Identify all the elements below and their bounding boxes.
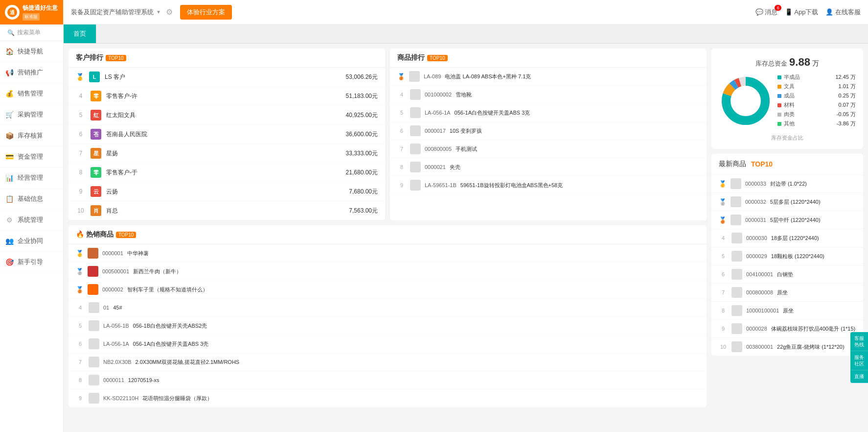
list-item: 8 10000100001 原坐 (711, 301, 863, 319)
rank-medal: 🥇 (76, 73, 84, 81)
list-item: 9 KK-SD22110H 花语萌恒温分腿睡袋（厚款） (69, 389, 707, 408)
latest-products-list: 🥇 0000033 封边带 (1.0*22) 🥈 0000032 5层多层 (1… (711, 174, 863, 356)
tab-home[interactable]: 首页 (64, 24, 96, 43)
top-products-list: 🥉 LA-089 电池盖 LA-089 ABS本色+黑种 7.1克 4 0010… (390, 68, 707, 194)
basics-icon: 📋 (5, 195, 14, 203)
sales-icon: 💰 (5, 90, 14, 97)
legend-dot (777, 94, 781, 98)
sidebar-nav-item-finance[interactable]: 💳 资金管理 (0, 146, 63, 168)
list-item: 7 000800008 原坐 (711, 283, 863, 301)
finance-icon: 💳 (5, 153, 14, 161)
sidebar-nav-item-shortcuts[interactable]: 🏠 快捷导航 (0, 41, 63, 62)
trial-button[interactable]: 体验行业方案 (180, 5, 232, 20)
main-panels: 客户排行 TOP10 🥇 L LS 客户 53,006.26元 4 (64, 44, 711, 432)
product-image (731, 178, 741, 189)
list-item: 7 NB2.0X30B 2.0X30MM双搓花轴,搓花直径2.1MM/ROHS (69, 353, 707, 371)
sidebar-nav-item-purchase[interactable]: 🛒 采购管理 (0, 104, 63, 125)
avatar: 苍 (91, 129, 101, 140)
table-row: 10 肖 肖总 7,563.00元 (69, 201, 385, 220)
product-image (89, 320, 99, 331)
sidebar-logo: 通 畅捷通好生意 标准版 (0, 0, 63, 24)
sidebar-nav-item-basics[interactable]: 📋 基础信息 (0, 189, 63, 210)
dropdown-arrow-icon: ▼ (156, 9, 161, 15)
table-row: 7 星 星扬 33,333.00元 (69, 144, 385, 163)
settings-icon[interactable]: ⚙ (166, 7, 173, 17)
home-icon: 🏠 (5, 48, 14, 55)
product-image (410, 125, 421, 136)
product-image (410, 162, 421, 172)
list-item: 7 000800005 手机测试 (390, 140, 707, 158)
list-item: 5 LA-056-1B 056-1B白色按键开关壳ABS2壳 (69, 317, 707, 335)
svg-text:通: 通 (10, 10, 15, 15)
sidebar-nav-item-inventory[interactable]: 📦 库存核算 (0, 125, 63, 146)
avatar: L (89, 72, 100, 82)
notification-badge[interactable]: 💬 消息 6 (755, 8, 778, 17)
system-title-dropdown[interactable]: 装备及固定资产辅助管理系统 ▼ (71, 8, 161, 17)
inventory-card: 库存总资金 9.88 万 (711, 48, 863, 149)
donut-chart (719, 74, 773, 129)
list-item: 🥉 0000002 智利车子里（规格不知道填什么） (69, 281, 707, 299)
table-row: 8 零 零售客户-于 21,680.00元 (69, 163, 385, 182)
legend-dot (777, 85, 781, 89)
list-item: 9 0000028 体碗荔枝味苏打饮品400毫升 (1*15) (711, 319, 863, 337)
sidebar-nav-item-marketing[interactable]: 📢 营销推广 (0, 62, 63, 83)
float-live-btn[interactable]: 直播 (850, 370, 868, 383)
legend-item: 肉类 -0.05 万 (777, 111, 856, 118)
inventory-chart-area: 半成品 12.45 万 文具 1.01 万 成品 0.25 万 (719, 73, 856, 129)
topbar-right: 💬 消息 6 📱 App下载 👤 在线客服 (755, 8, 861, 17)
list-item: 10 003800001 22g鱼豆腐-烧烤味 (1*12*20) (711, 337, 863, 356)
sidebar-nav-item-guide[interactable]: 🎯 新手引导 (0, 252, 63, 273)
sidebar-nav-item-system[interactable]: ⚙ 系统管理 (0, 210, 63, 231)
product-image (731, 305, 742, 316)
sidebar: 通 畅捷通好生意 标准版 🔍 搜索菜单 🏠 快捷导航 📢 营销推广 💰 销售管理… (0, 0, 64, 432)
legend-dot (777, 103, 781, 107)
content-area: 客户排行 TOP10 🥇 L LS 客户 53,006.26元 4 (64, 44, 868, 432)
list-item: 🥇 0000001 中华神薯 (69, 244, 707, 263)
table-row: 9 云 云扬 7,680.00元 (69, 182, 385, 201)
list-item: 4 001000002 雪地靴 (390, 86, 707, 104)
product-image (89, 338, 99, 349)
legend-dot (777, 122, 781, 126)
product-image (410, 89, 421, 100)
list-item: 8 0000011 12070519-xs (69, 371, 707, 389)
logo-text: 畅捷通好生意 标准版 (23, 4, 58, 21)
product-image (89, 375, 99, 385)
system-icon: ⚙ (5, 216, 14, 224)
product-image (731, 233, 742, 243)
float-service-buttons: 客服 热线 服务 社区 直播 (850, 332, 868, 383)
float-service-community[interactable]: 服务 社区 (850, 351, 868, 370)
list-item: 🥇 0000033 封边带 (1.0*22) (711, 174, 863, 192)
avatar: 肖 (91, 205, 101, 216)
product-image (88, 266, 98, 277)
legend-item: 成品 0.25 万 (777, 92, 856, 99)
inventory-icon: 📦 (5, 132, 14, 140)
hot-products-list: 🥇 0000001 中华神薯 🥈 000500001 新西兰牛肉（新牛） 🥉 (69, 244, 707, 408)
sidebar-nav-item-sales[interactable]: 💰 销售管理 (0, 83, 63, 104)
product-image (88, 248, 98, 259)
product-image (731, 251, 742, 262)
management-icon: 📊 (5, 174, 14, 182)
inventory-legend: 半成品 12.45 万 文具 1.01 万 成品 0.25 万 (777, 73, 856, 129)
table-row: 5 红 红太阳文具 40,925.00元 (69, 106, 385, 125)
avatar: 星 (91, 148, 101, 159)
product-image (410, 107, 421, 118)
legend-item: 半成品 12.45 万 (777, 73, 856, 81)
legend-item: 文具 1.01 万 (777, 83, 856, 90)
online-service-link[interactable]: 👤 在线客服 (825, 8, 861, 17)
legend-item: 其他 -3.86 万 (777, 120, 856, 127)
top-products-card: 商品排行 TOP10 🥉 LA-089 电池盖 LA-089 ABS本色+黑种 … (390, 48, 707, 220)
float-service-hotline[interactable]: 客服 热线 (850, 332, 868, 351)
sidebar-search[interactable]: 🔍 搜索菜单 (0, 24, 63, 41)
app-download-link[interactable]: 📱 App下载 (785, 8, 818, 17)
product-image (409, 71, 420, 82)
marketing-icon: 📢 (5, 69, 14, 76)
sidebar-nav-item-collab[interactable]: 👥 企业协同 (0, 231, 63, 252)
hot-products-title: 🔥 热销商品 (76, 230, 114, 239)
avatar: 红 (91, 110, 101, 120)
hot-products-header: 🔥 热销商品 TOP10 (69, 225, 707, 244)
product-image (731, 341, 742, 352)
product-image (89, 357, 99, 367)
sidebar-nav-item-management[interactable]: 📊 经营管理 (0, 168, 63, 189)
list-item: 🥈 000500001 新西兰牛肉（新牛） (69, 263, 707, 281)
collab-icon: 👥 (5, 237, 14, 245)
